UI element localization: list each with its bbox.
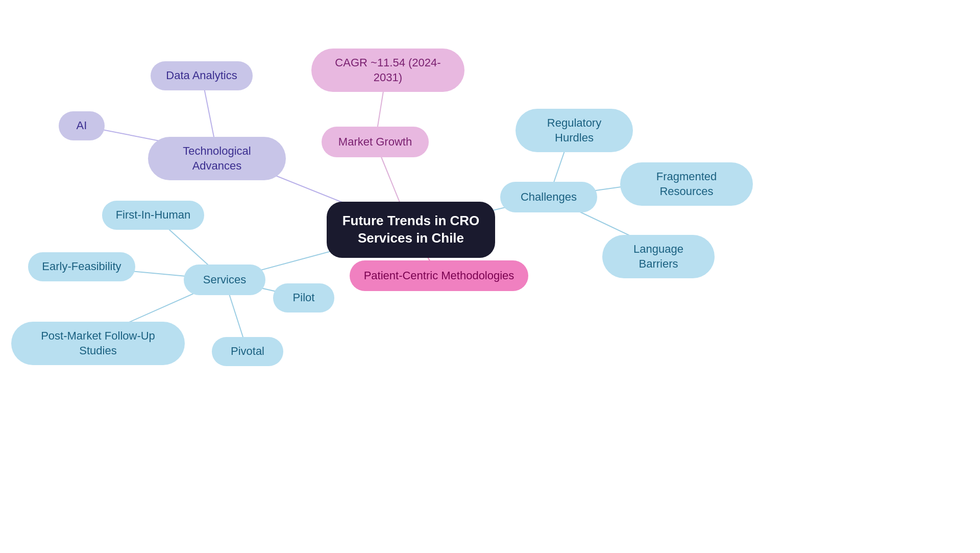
node-challenges: Challenges bbox=[500, 182, 597, 212]
node-ai: AI bbox=[59, 111, 105, 140]
node-regulatory-hurdles: Regulatory Hurdles bbox=[516, 109, 633, 152]
node-first-in-human: First-In-Human bbox=[102, 201, 204, 230]
node-cagr: CAGR ~11.54 (2024-2031) bbox=[311, 49, 464, 92]
node-pilot: Pilot bbox=[273, 283, 334, 312]
node-pivotal: Pivotal bbox=[212, 337, 283, 366]
node-patient-centric: Patient-Centric Methodologies bbox=[350, 260, 528, 291]
node-language-barriers: Language Barriers bbox=[602, 235, 715, 278]
node-post-market: Post-Market Follow-Up Studies bbox=[11, 322, 185, 365]
node-market-growth: Market Growth bbox=[322, 127, 429, 157]
node-tech-advances: Technological Advances bbox=[148, 137, 286, 180]
node-early-feasibility: Early-Feasibility bbox=[28, 252, 135, 281]
node-services: Services bbox=[184, 265, 265, 295]
node-data-analytics: Data Analytics bbox=[151, 61, 253, 90]
node-center: Future Trends in CRO Services in Chile bbox=[327, 202, 495, 258]
node-fragmented-resources: Fragmented Resources bbox=[620, 162, 753, 206]
